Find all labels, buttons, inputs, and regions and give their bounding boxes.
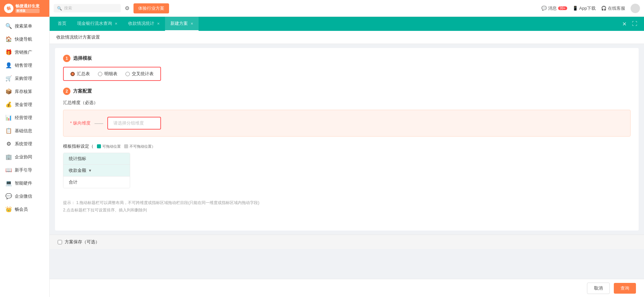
industry-plan-button[interactable]: 体验行业方案 [133, 3, 169, 13]
clipboard-icon: 📋 [5, 128, 12, 134]
tips-section: 提示： 1.拖动标题栏可以调整布局，不可跨维度或指标区域拖动栏目段(只能在同一维… [63, 196, 631, 217]
user-avatar[interactable] [631, 4, 640, 13]
summary-dim-label: 汇总维度（必选） [63, 100, 631, 106]
not-draggable-tag: 不可拖动位置） [124, 144, 155, 149]
sidebar-item-operations[interactable]: 📊 经营管理 [0, 111, 49, 124]
crown-icon: 👑 [5, 206, 12, 212]
settings-icon[interactable]: ⚙ [125, 5, 129, 11]
sidebar-item-sales[interactable]: 👤 销售管理 [0, 59, 49, 72]
gear-icon: ⚙ [5, 141, 12, 147]
maximize-icon[interactable]: ⛶ [631, 19, 639, 28]
tab-newplan[interactable]: 新建方案 ✕ [165, 17, 199, 31]
gift-icon: 🎁 [5, 49, 12, 55]
dimension-area: * 纵向维度 —— 请选择分组维度 [63, 110, 631, 137]
message-icon: 💬 [541, 6, 547, 11]
logo-text: 畅捷通好生意 标准版 [15, 4, 40, 13]
content-area: 收款情况统计方案设置 1 选择模板 汇总表 明细表 [50, 31, 644, 279]
radio-cross[interactable]: 交叉统计表 [125, 71, 154, 77]
chart-icon: 📊 [5, 114, 12, 121]
step1-number: 1 [63, 55, 70, 62]
sidebar-item-member[interactable]: 👑 畅会员 [0, 203, 49, 216]
close-tab-icon[interactable]: ✕ [621, 19, 628, 29]
sidebar-menu: 🔍 搜索菜单 🏠 快捷导航 🎁 营销推广 👤 销售管理 🛒 采购管理 📦 库存核… [0, 17, 49, 297]
metrics-table: 统计指标 收款金额 ▼ 合计 [63, 153, 130, 188]
sidebar-item-purchase[interactable]: 🛒 采购管理 [0, 72, 49, 85]
tab-close-receipts[interactable]: ✕ [157, 22, 160, 26]
topbar: 🔍 搜索 ⚙ 体验行业方案 💬 消息 99+ 📱 App下载 🎧 在线客服 [50, 0, 644, 17]
config-section: 汇总维度（必选） * 纵向维度 —— 请选择分组维度 模板指标设定（ [63, 100, 631, 217]
step2-header: 2 方案配置 [63, 88, 631, 95]
building-icon: 🏢 [5, 154, 12, 160]
arrow-icon: —— [95, 121, 103, 126]
vertical-dim-label: * 纵向维度 [70, 120, 91, 126]
app-download-button[interactable]: 📱 App下载 [573, 5, 596, 11]
tabbar: 首页 现金银行流水查询 ✕ 收款情况统计 ✕ 新建方案 ✕ ✕ ⛶ [50, 17, 644, 31]
metrics-table-header: 统计指标 [63, 153, 130, 164]
col1-dropdown-icon[interactable]: ▼ [88, 168, 92, 172]
home-icon: 🏠 [5, 36, 12, 42]
page-title-bar: 收款情况统计方案设置 [50, 31, 644, 44]
step1-title: 选择模板 [73, 55, 92, 61]
online-service-button[interactable]: 🎧 在线客服 [601, 5, 625, 11]
step2-title: 方案配置 [73, 88, 92, 94]
query-button[interactable]: 查询 [614, 283, 636, 294]
sidebar-item-marketing[interactable]: 🎁 营销推广 [0, 46, 49, 59]
chat-icon: 💬 [5, 193, 12, 199]
page-title: 收款情况统计方案设置 [56, 35, 100, 40]
main-card: 1 选择模板 汇总表 明细表 交叉统计表 [55, 48, 639, 231]
radio-detail[interactable]: 明细表 [98, 71, 117, 77]
stats-label: 统计指标 [69, 156, 86, 162]
sidebar-item-inventory[interactable]: 📦 库存核算 [0, 85, 49, 98]
sidebar-item-guide[interactable]: 📖 新手引导 [0, 163, 49, 177]
book-icon: 📖 [5, 167, 12, 173]
dimension-selector[interactable]: 请选择分组维度 [107, 117, 161, 130]
draggable-dot [97, 144, 101, 148]
message-button[interactable]: 💬 消息 99+ [541, 5, 567, 11]
radio-summary-input[interactable] [70, 72, 75, 76]
search-menu-icon: 🔍 [5, 23, 12, 29]
save-plan-checkbox[interactable] [58, 240, 62, 244]
sidebar-item-collab[interactable]: 🏢 企业协同 [0, 150, 49, 163]
logo-icon: 畅 [4, 4, 13, 13]
radio-cross-input[interactable] [125, 72, 130, 76]
search-icon: 🔍 [57, 6, 62, 11]
tip1: 提示： 1.拖动标题栏可以调整布局，不可跨维度或指标区域拖动栏目段(只能在同一维… [63, 199, 631, 207]
download-icon: 📱 [573, 6, 578, 11]
sidebar-item-basic[interactable]: 📋 基础信息 [0, 124, 49, 137]
step1-header: 1 选择模板 [63, 55, 631, 62]
not-draggable-dot [124, 144, 128, 148]
tab-receipts[interactable]: 收款情况统计 ✕ [123, 17, 165, 31]
cancel-button[interactable]: 取消 [587, 283, 610, 294]
sidebar-item-system[interactable]: ⚙ 系统管理 [0, 137, 49, 150]
tab-home[interactable]: 首页 [52, 17, 72, 31]
metrics-section: 模板指标设定（ 可拖动位置 不可拖动位置） [63, 143, 631, 189]
tab-close-cashflow[interactable]: ✕ [115, 22, 117, 26]
action-bar: 取消 查询 [50, 279, 644, 297]
sidebar: 畅 畅捷通好生意 标准版 🔍 搜索菜单 🏠 快捷导航 🎁 营销推广 👤 销售管理… [0, 0, 50, 297]
sidebar-item-search[interactable]: 🔍 搜索菜单 [0, 19, 49, 33]
sidebar-item-hardware[interactable]: 💻 智能硬件 [0, 177, 49, 190]
tip2: 2.点击标题栏下拉可设置排序、插入列和删除列 [63, 207, 631, 214]
sidebar-item-finance[interactable]: 💰 资金管理 [0, 98, 49, 111]
step2-number: 2 [63, 88, 70, 95]
footer-save: 方案保存（可选） [50, 235, 644, 249]
step2-section: 2 方案配置 汇总维度（必选） * 纵向维度 —— 请选择分组维度 [63, 88, 631, 217]
save-plan-label[interactable]: 方案保存（可选） [65, 239, 100, 245]
sidebar-item-wechat[interactable]: 💬 企业微信 [0, 190, 49, 203]
radio-summary[interactable]: 汇总表 [70, 71, 90, 77]
metrics-header: 模板指标设定（ 可拖动位置 不可拖动位置） [63, 143, 631, 149]
cart-icon: 🛒 [5, 75, 12, 82]
template-select-box: 汇总表 明细表 交叉统计表 [63, 67, 161, 81]
box-icon: 📦 [5, 88, 12, 95]
service-icon: 🎧 [601, 6, 606, 11]
topbar-search-box[interactable]: 🔍 搜索 [54, 4, 121, 12]
sidebar-item-quicknav[interactable]: 🏠 快捷导航 [0, 33, 49, 46]
radio-detail-input[interactable] [98, 72, 102, 76]
main-area: 🔍 搜索 ⚙ 体验行业方案 💬 消息 99+ 📱 App下载 🎧 在线客服 首页 [50, 0, 644, 297]
col1-header[interactable]: 收款金额 ▼ [63, 164, 130, 176]
tab-close-newplan[interactable]: ✕ [191, 22, 193, 26]
topbar-right: 💬 消息 99+ 📱 App下载 🎧 在线客服 [541, 4, 640, 13]
draggable-tag: 可拖动位置 [97, 144, 121, 149]
tab-cashflow[interactable]: 现金银行流水查询 ✕ [72, 17, 123, 31]
step1-section: 1 选择模板 汇总表 明细表 交叉统计表 [63, 55, 631, 81]
